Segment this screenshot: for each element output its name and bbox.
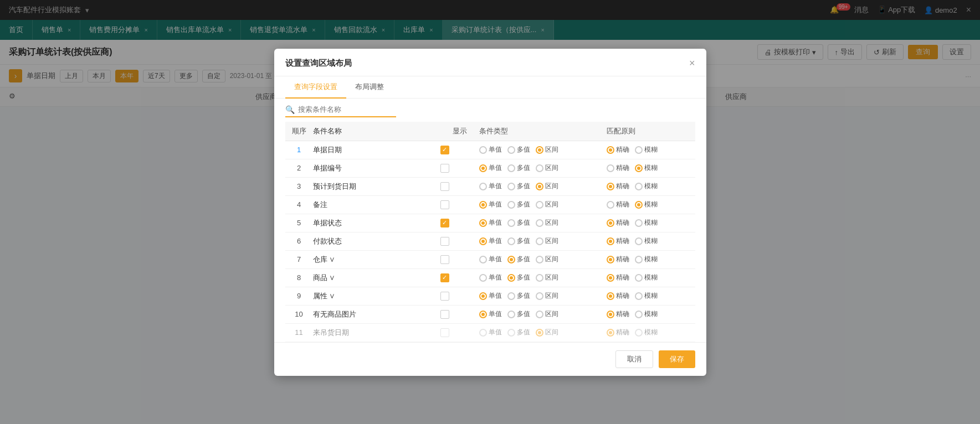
search-icon: 🔍 (285, 105, 295, 107)
search-input[interactable] (298, 105, 387, 107)
settings-dialog: 设置查询区域布局 × 查询字段设置 布局调整 🔍 顺序 (274, 49, 706, 107)
dialog-title: 设置查询区域布局 (285, 58, 352, 69)
dialog-search-area: 🔍 (274, 99, 706, 107)
dialog-close-button[interactable]: × (689, 58, 695, 69)
tab-layout-adjust[interactable]: 布局调整 (346, 76, 393, 99)
dialog-tabs: 查询字段设置 布局调整 (274, 76, 706, 99)
dialog-header: 设置查询区域布局 × (274, 49, 706, 76)
modal-overlay: 设置查询区域布局 × 查询字段设置 布局调整 🔍 顺序 (0, 0, 980, 107)
tab-query-fields[interactable]: 查询字段设置 (285, 76, 346, 99)
search-box: 🔍 (285, 105, 396, 107)
